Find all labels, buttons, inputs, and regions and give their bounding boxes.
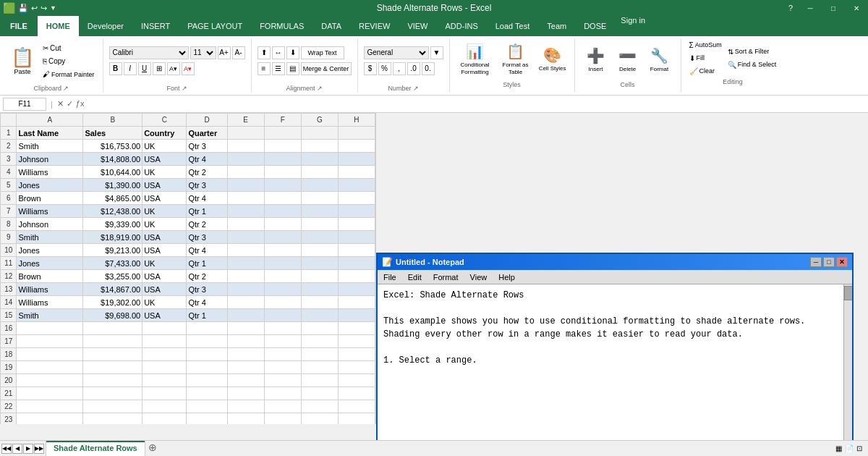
table-cell[interactable]: Jones: [17, 257, 83, 270]
table-cell[interactable]: [301, 283, 338, 296]
table-cell[interactable]: [301, 231, 338, 244]
table-cell[interactable]: $10,644.00: [83, 166, 142, 179]
row-header[interactable]: 20: [1, 374, 17, 387]
table-cell[interactable]: [264, 153, 301, 166]
notepad-menu-help[interactable]: Help: [493, 270, 521, 284]
notepad-menu-edit[interactable]: Edit: [402, 270, 427, 284]
table-cell[interactable]: [227, 257, 264, 270]
tab-addins[interactable]: ADD-INS: [437, 16, 487, 36]
table-cell[interactable]: [264, 309, 301, 322]
decimal-decrease-button[interactable]: 0.: [422, 62, 435, 75]
table-row[interactable]: 21: [1, 387, 375, 400]
table-cell[interactable]: [227, 231, 264, 244]
col-header-f[interactable]: F: [264, 114, 301, 127]
table-cell[interactable]: [338, 387, 375, 400]
fill-color-button[interactable]: A▾: [167, 62, 180, 75]
table-cell[interactable]: [142, 361, 187, 374]
font-color-button[interactable]: A▾: [182, 62, 195, 75]
tab-view[interactable]: VIEW: [399, 16, 436, 36]
table-cell[interactable]: [142, 400, 187, 413]
percent-button[interactable]: %: [378, 62, 391, 75]
cut-button[interactable]: ✂ Cut: [41, 43, 97, 54]
table-cell[interactable]: $1,390.00: [83, 179, 142, 192]
copy-button[interactable]: ⎘ Copy: [41, 56, 97, 67]
align-center-button[interactable]: ☰: [272, 62, 285, 75]
add-sheet-button[interactable]: ⊕: [145, 441, 160, 454]
table-cell[interactable]: [301, 374, 338, 387]
table-cell[interactable]: [338, 296, 375, 309]
tab-developer[interactable]: Developer: [79, 16, 132, 36]
table-cell[interactable]: [338, 179, 375, 192]
table-cell[interactable]: [301, 335, 338, 348]
table-row[interactable]: 15Smith$9,698.00USAQtr 1: [1, 309, 375, 322]
table-cell[interactable]: Qtr 3: [187, 231, 227, 244]
table-cell[interactable]: Qtr 4: [187, 192, 227, 205]
table-cell[interactable]: [264, 322, 301, 335]
row-header[interactable]: 22: [1, 400, 17, 413]
tab-team[interactable]: Team: [538, 16, 575, 36]
table-cell[interactable]: [142, 335, 187, 348]
tab-dose[interactable]: DOSE: [575, 16, 615, 36]
row-header[interactable]: 21: [1, 387, 17, 400]
table-cell[interactable]: [17, 335, 83, 348]
row-header[interactable]: 3: [1, 153, 17, 166]
row-header[interactable]: 13: [1, 283, 17, 296]
table-cell[interactable]: [338, 374, 375, 387]
quick-access-more[interactable]: ▼: [50, 4, 56, 12]
table-cell[interactable]: [83, 400, 142, 413]
table-cell[interactable]: [264, 400, 301, 413]
table-cell[interactable]: Jones: [17, 179, 83, 192]
table-cell[interactable]: [142, 348, 187, 361]
table-cell[interactable]: [17, 348, 83, 361]
table-cell[interactable]: [301, 205, 338, 218]
row-header[interactable]: 18: [1, 348, 17, 361]
col-header-g[interactable]: G: [301, 114, 338, 127]
italic-button[interactable]: I: [124, 62, 137, 75]
table-cell[interactable]: $9,339.00: [83, 218, 142, 231]
table-cell[interactable]: [227, 179, 264, 192]
table-cell[interactable]: [227, 153, 264, 166]
table-cell[interactable]: Qtr 2: [187, 218, 227, 231]
table-cell[interactable]: [301, 153, 338, 166]
row-header[interactable]: 8: [1, 218, 17, 231]
sheet-tab-shade-alternate-rows[interactable]: Shade Alternate Rows: [46, 441, 145, 456]
notepad-menu-format[interactable]: Format: [427, 270, 464, 284]
alignment-expand-icon[interactable]: ↗: [317, 85, 323, 92]
table-cell[interactable]: [301, 244, 338, 257]
table-cell[interactable]: [264, 296, 301, 309]
table-cell[interactable]: [227, 283, 264, 296]
number-expand-btn[interactable]: ▼: [430, 46, 443, 59]
formula-insert-fn-icon[interactable]: ƒx: [76, 99, 85, 109]
tab-page-layout[interactable]: PAGE LAYOUT: [179, 16, 251, 36]
table-cell[interactable]: USA: [142, 179, 187, 192]
number-format-select[interactable]: General: [364, 46, 429, 59]
table-cell[interactable]: USA: [142, 231, 187, 244]
table-cell[interactable]: [338, 140, 375, 153]
table-row[interactable]: 19: [1, 361, 375, 374]
table-row[interactable]: 8Johnson$9,339.00UKQtr 2: [1, 218, 375, 231]
table-cell[interactable]: USA: [142, 309, 187, 322]
sign-in-button[interactable]: Sign in: [615, 16, 651, 36]
format-as-table-button[interactable]: 📋 Format as Table: [496, 39, 535, 80]
quick-access-redo[interactable]: ↪: [41, 4, 47, 13]
table-cell[interactable]: $14,867.00: [83, 283, 142, 296]
table-cell[interactable]: [338, 231, 375, 244]
tab-home[interactable]: HOME: [38, 16, 79, 36]
table-cell[interactable]: [187, 400, 227, 413]
table-row[interactable]: 6Brown$4,865.00USAQtr 4: [1, 192, 375, 205]
table-cell[interactable]: Qtr 3: [187, 179, 227, 192]
table-cell[interactable]: [83, 387, 142, 400]
table-cell[interactable]: [301, 270, 338, 283]
row-header[interactable]: 1: [1, 127, 17, 140]
table-cell[interactable]: UK: [142, 166, 187, 179]
delete-button[interactable]: ➖ Delete: [613, 39, 643, 80]
table-row[interactable]: 22: [1, 400, 375, 413]
table-cell[interactable]: [83, 322, 142, 335]
table-cell[interactable]: [264, 244, 301, 257]
table-cell[interactable]: [301, 296, 338, 309]
table-cell[interactable]: Quarter: [187, 127, 227, 140]
col-header-h[interactable]: H: [338, 114, 375, 127]
table-cell[interactable]: [338, 309, 375, 322]
font-size-increase-button[interactable]: A+: [218, 46, 231, 59]
tab-data[interactable]: DATA: [312, 16, 350, 36]
